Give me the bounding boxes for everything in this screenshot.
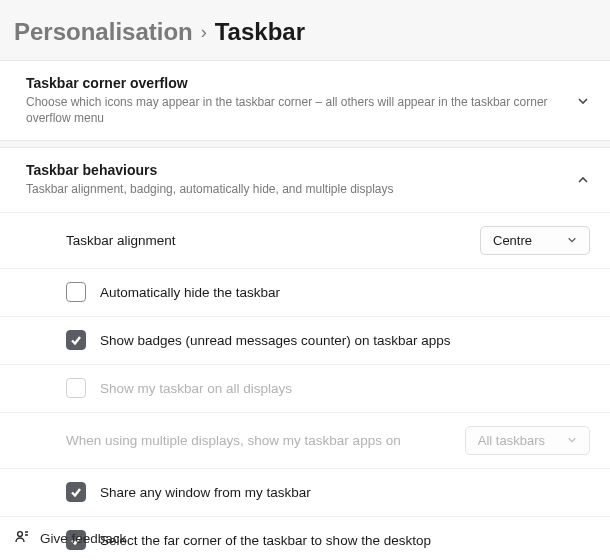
row-label: When using multiple displays, show my ta…	[66, 433, 465, 448]
row-label: Show my taskbar on all displays	[100, 381, 590, 396]
row-share-any[interactable]: Share any window from my taskbar	[0, 468, 610, 516]
breadcrumb-parent[interactable]: Personalisation	[14, 18, 193, 46]
chevron-right-icon: ›	[201, 22, 207, 43]
give-feedback-link[interactable]: Give feedback	[14, 529, 126, 548]
row-label: Automatically hide the taskbar	[100, 285, 590, 300]
row-badges[interactable]: Show badges (unread messages counter) on…	[0, 316, 610, 364]
section-title: Taskbar corner overflow	[26, 75, 576, 91]
section-overflow: Taskbar corner overflow Choose which ico…	[0, 60, 610, 141]
row-all-displays: Show my taskbar on all displays	[0, 364, 610, 412]
checkbox-all-displays	[66, 378, 86, 398]
row-label: Show badges (unread messages counter) on…	[100, 333, 590, 348]
select-value: All taskbars	[478, 433, 545, 448]
row-label: Select the far corner of the taskbar to …	[100, 533, 590, 548]
chevron-down-icon	[567, 233, 577, 248]
row-autohide[interactable]: Automatically hide the taskbar	[0, 268, 610, 316]
breadcrumb: Personalisation › Taskbar	[0, 0, 610, 60]
row-label: Taskbar alignment	[66, 233, 480, 248]
breadcrumb-current: Taskbar	[215, 18, 305, 46]
chevron-down-icon	[567, 433, 577, 448]
row-taskbar-alignment: Taskbar alignment Centre	[0, 212, 610, 268]
chevron-down-icon	[576, 94, 590, 108]
section-desc: Taskbar alignment, badging, automaticall…	[26, 181, 576, 197]
checkbox-autohide[interactable]	[66, 282, 86, 302]
select-multi-displays: All taskbars	[465, 426, 590, 455]
row-multi-displays: When using multiple displays, show my ta…	[0, 412, 610, 468]
select-value: Centre	[493, 233, 532, 248]
checkbox-badges[interactable]	[66, 330, 86, 350]
behaviour-rows: Taskbar alignment Centre Automatically h…	[0, 212, 610, 560]
section-desc: Choose which icons may appear in the tas…	[26, 94, 576, 126]
section-head-behaviours[interactable]: Taskbar behaviours Taskbar alignment, ba…	[0, 148, 610, 211]
row-label: Share any window from my taskbar	[100, 485, 590, 500]
svg-point-0	[18, 532, 23, 537]
section-behaviours: Taskbar behaviours Taskbar alignment, ba…	[0, 147, 610, 560]
feedback-icon	[14, 529, 30, 548]
select-alignment[interactable]: Centre	[480, 226, 590, 255]
section-head-overflow[interactable]: Taskbar corner overflow Choose which ico…	[0, 61, 610, 140]
checkbox-share-any[interactable]	[66, 482, 86, 502]
section-title: Taskbar behaviours	[26, 162, 576, 178]
feedback-label: Give feedback	[40, 531, 126, 546]
chevron-up-icon	[576, 173, 590, 187]
